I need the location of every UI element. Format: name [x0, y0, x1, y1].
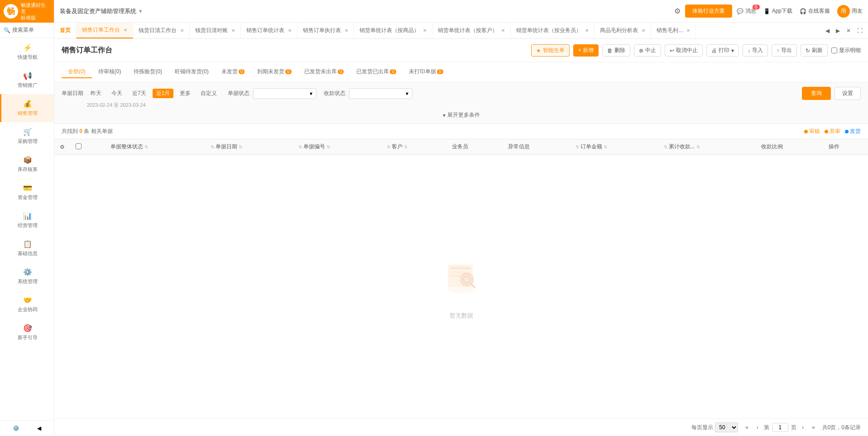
- tab-nav-prev[interactable]: ◀: [824, 27, 831, 35]
- settings-icon[interactable]: ⚙️: [13, 425, 19, 431]
- tab-sales-margin[interactable]: 销售毛利... ✕: [651, 23, 696, 38]
- set-button[interactable]: 设置: [834, 87, 861, 100]
- topbar-dropdown-icon[interactable]: ▾: [139, 8, 142, 14]
- filter-tab-shipped-out[interactable]: 已发货已出库0: [350, 66, 403, 78]
- headset-icon: 🎧: [800, 8, 806, 14]
- sort-date[interactable]: ⇅ 单据日期 ⇅: [211, 143, 288, 151]
- show-detail-checkbox[interactable]: 显示明细: [831, 47, 861, 54]
- tab-sales-stats-close[interactable]: ✕: [288, 28, 292, 33]
- sort-customer[interactable]: ⇅ 客户 ⇅: [387, 143, 441, 151]
- tab-fullscreen[interactable]: ⛶: [855, 27, 864, 35]
- payment-select[interactable]: ▾: [349, 88, 412, 99]
- delete-icon: 🗑: [607, 47, 613, 54]
- sidebar-item-finance[interactable]: 💳 资金管理: [0, 178, 54, 206]
- discard-action[interactable]: 弃审: [825, 128, 840, 135]
- tab-nav-next[interactable]: ▶: [834, 27, 842, 35]
- date-option-yesterday[interactable]: 昨天: [87, 89, 105, 98]
- select-all-checkbox[interactable]: [76, 143, 82, 149]
- delete-button[interactable]: 🗑 删除: [602, 44, 630, 57]
- sort-status-icon: ⇅: [144, 144, 148, 149]
- tab-gross-margin[interactable]: 商品毛利分析表 ✕: [595, 23, 651, 38]
- tab-shipment-stats-product[interactable]: 销货单统计表（按商品） ✕: [354, 23, 432, 38]
- tab-shipment-stats-customer-close[interactable]: ✕: [501, 28, 505, 33]
- status-select[interactable]: ▾: [253, 88, 317, 99]
- cancel-stop-button[interactable]: ↩ 取消中止: [665, 44, 703, 57]
- page-first-btn[interactable]: «: [743, 423, 751, 431]
- filter-tab-all[interactable]: 全部(0): [62, 66, 92, 78]
- tab-cashflow[interactable]: 钱货日清工作台 ✕: [133, 23, 190, 38]
- date-option-7days[interactable]: 近7天: [129, 89, 150, 98]
- page-next-btn[interactable]: ›: [799, 423, 806, 431]
- app-download-action[interactable]: 📱 App下载: [763, 7, 792, 15]
- refresh-button[interactable]: ↻ 刷新: [801, 44, 828, 57]
- sort-cumulative[interactable]: ⇅ 累计收款... ⇅: [664, 143, 750, 151]
- sort-number[interactable]: ⇅ 单据编号 ⇅: [298, 143, 375, 151]
- tab-home[interactable]: 首页: [54, 23, 77, 38]
- filter-tab-pending[interactable]: 待审核(0): [92, 66, 128, 78]
- tab-sales-order[interactable]: 销售订单工作台 ✕: [77, 23, 133, 38]
- page-number-input[interactable]: [772, 423, 788, 432]
- tab-sales-margin-close[interactable]: ✕: [686, 28, 690, 33]
- tab-reconciliation-close[interactable]: ✕: [231, 28, 235, 33]
- tab-shipment-stats-product-close[interactable]: ✕: [423, 28, 427, 33]
- tab-sales-stats[interactable]: 销售订单统计表 ✕: [241, 23, 297, 38]
- date-option-custom[interactable]: 自定义: [197, 89, 221, 98]
- filter-tab-wangpu[interactable]: 旺铺待发货(0): [168, 66, 215, 78]
- page-size-dropdown[interactable]: 50 10 20 100: [715, 422, 738, 432]
- filter-tab-inspection[interactable]: 待拣验货(0): [127, 66, 168, 78]
- sidebar-item-collab[interactable]: 🤝 企业协同: [0, 290, 54, 318]
- tab-cashflow-close[interactable]: ✕: [180, 28, 184, 33]
- page-prev-btn[interactable]: ‹: [754, 423, 761, 431]
- query-button[interactable]: 查询: [802, 87, 831, 100]
- filter-tab-overdue[interactable]: 到期未发货0: [251, 66, 298, 78]
- column-settings-icon[interactable]: ⚙: [60, 144, 65, 150]
- tab-shipment-stats-staff[interactable]: 销货单统计表（按业务员） ✕: [511, 23, 595, 38]
- sidebar-item-system[interactable]: ⚙️ 系统管理: [0, 262, 54, 290]
- audit-action[interactable]: 审核: [804, 128, 820, 135]
- import-button[interactable]: ↓ 导入: [743, 44, 768, 57]
- new-button[interactable]: + 新增: [573, 44, 599, 57]
- message-action[interactable]: 💬 消息 6: [737, 7, 756, 15]
- date-option-more[interactable]: 更多: [176, 89, 194, 98]
- date-option-today[interactable]: 今天: [108, 89, 126, 98]
- tab-shipment-stats-customer[interactable]: 销货单统计表（按客户） ✕: [432, 23, 511, 38]
- sidebar-item-inventory[interactable]: 📦 库存核算: [0, 150, 54, 178]
- tabbar: 首页 销售订单工作台 ✕ 钱货日清工作台 ✕ 钱货日清对账 ✕ 销售订单统计表 …: [54, 23, 868, 39]
- expand-conditions-button[interactable]: ▾ 展开更多条件: [443, 111, 480, 119]
- tab-close-all[interactable]: ✕: [844, 27, 853, 35]
- sort-amount[interactable]: ⇅ 订单金额 ⇅: [575, 143, 652, 151]
- export-button[interactable]: ↑ 导出: [772, 44, 797, 57]
- print-button[interactable]: 🖨 打印 ▾: [706, 44, 739, 57]
- date-option-1month[interactable]: 近1月: [153, 89, 174, 98]
- page-last-btn[interactable]: »: [809, 423, 818, 431]
- sidebar-item-guide[interactable]: 🎯 新手引导: [0, 318, 54, 346]
- industry-solution-button[interactable]: 体验行业方案: [685, 5, 732, 18]
- sidebar-item-marketing[interactable]: 📢 营销推广: [0, 66, 54, 94]
- ship-action[interactable]: 发货: [845, 128, 861, 135]
- tab-sales-order-close[interactable]: ✕: [124, 28, 127, 33]
- table-scroll-container[interactable]: ⚙ 单据整体状态 ⇅: [54, 139, 868, 155]
- tab-gross-margin-close[interactable]: ✕: [642, 28, 645, 33]
- sidebar-search[interactable]: 🔍 搜索菜单: [0, 23, 54, 38]
- collapse-icon[interactable]: ◀: [37, 425, 41, 431]
- tab-sales-exec[interactable]: 销售订单执行表 ✕: [297, 23, 354, 38]
- tab-sales-exec-close[interactable]: ✕: [345, 28, 348, 33]
- filter-tab-not-printed[interactable]: 未打印单据0: [403, 66, 450, 78]
- sort-status[interactable]: 单据整体状态 ⇅: [110, 143, 200, 151]
- smart-create-button[interactable]: ★ 智能生单: [531, 44, 570, 57]
- sidebar-item-purchase[interactable]: 🛒 采购管理: [0, 122, 54, 150]
- sidebar-item-sales[interactable]: 💰 销售管理: [0, 94, 54, 122]
- sidebar-item-quick-nav[interactable]: ⚡ 快捷导航: [0, 38, 54, 66]
- show-detail-input[interactable]: [831, 47, 837, 53]
- sidebar-item-basic-info[interactable]: 📋 基础信息: [0, 234, 54, 262]
- stop-button[interactable]: ⊗ 中止: [634, 44, 661, 57]
- sidebar-item-operation[interactable]: 📊 经营管理: [0, 206, 54, 234]
- tab-shipment-stats-staff-close[interactable]: ✕: [585, 28, 589, 33]
- filter-tab-not-shipped[interactable]: 未发货0: [215, 66, 251, 78]
- filter-tab-shipped-not-out[interactable]: 已发货未出库0: [298, 66, 350, 78]
- user-action[interactable]: 用 用友: [837, 5, 863, 18]
- settings-btn[interactable]: ⚙: [674, 7, 681, 15]
- th-settings[interactable]: ⚙: [54, 139, 70, 155]
- online-service-action[interactable]: 🎧 在线客服: [800, 7, 830, 15]
- tab-reconciliation[interactable]: 钱货日清对账 ✕: [190, 23, 241, 38]
